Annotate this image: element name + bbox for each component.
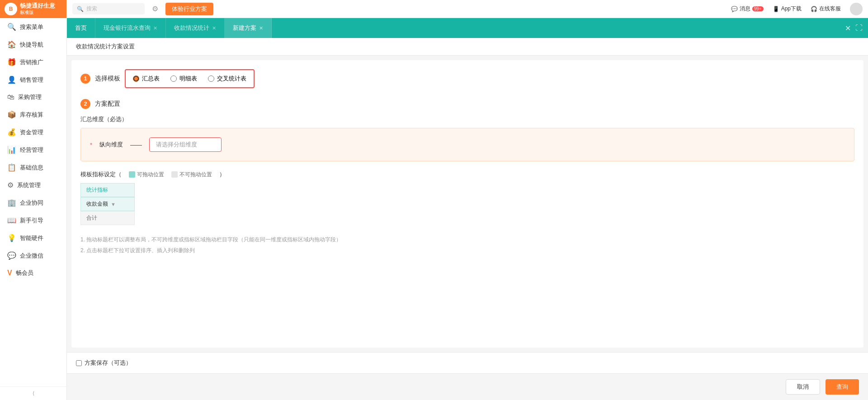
radio-summary[interactable]: 汇总表 <box>133 75 160 83</box>
sidebar-item-operations[interactable]: 📊 经营管理 <box>0 141 66 159</box>
template-options-group: 汇总表 明细表 交叉统计表 <box>125 69 255 88</box>
radio-summary-input[interactable] <box>133 75 139 82</box>
sidebar-item-newbie[interactable]: 📖 新手引导 <box>0 212 66 229</box>
row-dimension-label: 纵向维度 <box>99 141 123 149</box>
radio-detail[interactable]: 明细表 <box>170 75 197 83</box>
breadcrumb: 收款情况统计方案设置 <box>76 43 135 50</box>
sidebar-item-capital[interactable]: 💰 资金管理 <box>0 123 66 141</box>
sidebar-logo: B 畅捷通好生意 标准版 <box>0 0 66 18</box>
vip-icon: V <box>7 269 12 277</box>
step1-title: 选择模板 <box>95 75 120 83</box>
dimension-placeholder: 请选择分组维度 <box>156 141 197 149</box>
money-icon: 💰 <box>7 128 16 136</box>
app-icon: 📱 <box>773 6 779 12</box>
draggable-legend-box <box>129 171 135 178</box>
tip-2: 2. 点击标题栏下拉可设置排序、插入列和删除列 <box>80 245 854 256</box>
dimension-area: * 纵向维度 —— 请选择分组维度 <box>80 128 854 161</box>
query-button[interactable]: 查询 <box>826 379 859 395</box>
required-mark: * <box>90 141 92 148</box>
sidebar-item-marketing[interactable]: 🎁 营销推广 <box>0 53 66 71</box>
config-section: 汇总维度（必选） * 纵向维度 —— 请选择分组维度 模 <box>80 115 854 256</box>
message-button[interactable]: 💬 消息 99+ <box>731 5 764 13</box>
metrics-title-text: 模板指标设定（ <box>80 170 122 179</box>
building-icon: 🏢 <box>7 198 16 207</box>
metrics-header: 模板指标设定（ 可拖动位置 不可拖动位置 ） <box>80 170 854 179</box>
sidebar-item-quick-nav[interactable]: 🏠 快捷导航 <box>0 36 66 53</box>
logo-icon: B <box>5 3 17 15</box>
bulb-icon: 💡 <box>7 234 16 242</box>
metrics-table: 统计指标 收款金额 ▼ 合计 <box>80 183 854 225</box>
sidebar-item-system[interactable]: ⚙ 系统管理 <box>0 176 66 194</box>
tab-close-new-plan[interactable]: ✕ <box>259 25 263 31</box>
dimension-section-label: 汇总维度（必选） <box>80 115 854 123</box>
sidebar: B 畅捷通好生意 标准版 🔍 搜索菜单 🏠 快捷导航 🎁 营销推广 👤 销售管理… <box>0 0 67 400</box>
sidebar-expand-btn[interactable]: ⟨ <box>4 391 63 396</box>
sidebar-item-enterprise-wechat[interactable]: 💬 企业微信 <box>0 247 66 264</box>
step2-badge: 2 <box>80 99 90 109</box>
tab-bar: 首页 现金银行流水查询 ✕ 收款情况统计 ✕ 新建方案 ✕ ✕ ⛶ <box>67 18 868 38</box>
tab-new-plan[interactable]: 新建方案 ✕ <box>225 18 272 38</box>
online-service-button[interactable]: 🎧 在线客服 <box>811 5 841 13</box>
service-icon: 🎧 <box>811 6 817 12</box>
app-download-button[interactable]: 📱 App下载 <box>773 5 802 13</box>
radio-detail-input[interactable] <box>170 75 177 82</box>
cancel-button[interactable]: 取消 <box>786 379 820 395</box>
tabbar-actions: ✕ ⛶ <box>845 18 868 38</box>
sidebar-item-search-menu[interactable]: 🔍 搜索菜单 <box>0 18 66 36</box>
metrics-column: 统计指标 收款金额 ▼ 合计 <box>80 183 135 225</box>
step2-title: 方案配置 <box>95 100 120 108</box>
tab-bank-flow[interactable]: 现金银行流水查询 ✕ <box>95 18 166 38</box>
step2-section: 2 方案配置 汇总维度（必选） * 纵向维度 —— 请选择分组维度 <box>80 99 854 256</box>
top-header: 🔍 搜索 ⚙ 体验行业方案 💬 消息 99+ 📱 App下载 🎧 在线客服 <box>67 0 868 18</box>
logo-text: 畅捷通好生意 标准版 <box>20 2 55 16</box>
save-checkbox[interactable] <box>76 360 82 366</box>
gear-icon: ⚙ <box>7 181 14 189</box>
close-window-icon[interactable]: ✕ <box>845 24 851 33</box>
chart-icon: 📊 <box>7 146 16 154</box>
maximize-icon[interactable]: ⛶ <box>855 24 863 32</box>
user-icon: 👤 <box>7 75 16 84</box>
sidebar-item-basic-info[interactable]: 📋 基础信息 <box>0 159 66 176</box>
page-body: 1 选择模板 汇总表 明细表 交叉统计表 <box>71 60 863 348</box>
user-avatar[interactable] <box>850 3 863 15</box>
tab-collection-stats[interactable]: 收款情况统计 ✕ <box>166 18 225 38</box>
page-header: 收款情况统计方案设置 <box>67 38 868 56</box>
sidebar-item-membership[interactable]: V 畅会员 <box>0 264 66 282</box>
sidebar-bottom: ⟨ <box>0 386 66 400</box>
tab-close-bank-flow[interactable]: ✕ <box>153 25 157 31</box>
metrics-tag-collection-amount[interactable]: 收款金额 ▼ <box>80 197 135 211</box>
sidebar-item-sales[interactable]: 👤 销售管理 <box>0 71 66 89</box>
save-label: 方案保存（可选） <box>85 359 132 367</box>
search-placeholder: 搜索 <box>86 5 97 13</box>
gift-icon: 🎁 <box>7 58 16 66</box>
dropdown-icon: ▼ <box>111 202 116 207</box>
box-icon: 📦 <box>7 110 16 119</box>
fixed-legend: 不可拖动位置 <box>171 171 212 179</box>
step1-header: 1 选择模板 汇总表 明细表 交叉统计表 <box>80 69 854 88</box>
main-area: 🔍 搜索 ⚙ 体验行业方案 💬 消息 99+ 📱 App下载 🎧 在线客服 首页 <box>67 0 868 400</box>
radio-crosstab[interactable]: 交叉统计表 <box>208 75 246 83</box>
book-icon: 📖 <box>7 216 16 225</box>
content-area: 收款情况统计方案设置 1 选择模板 汇总表 明细表 <box>67 38 868 400</box>
search-input-wrapper[interactable]: 🔍 搜索 <box>72 3 145 14</box>
tab-close-collection-stats[interactable]: ✕ <box>212 25 216 31</box>
sidebar-item-purchase[interactable]: 🛍 采购管理 <box>0 89 66 106</box>
arrow-icon: —— <box>130 141 142 148</box>
sidebar-item-inventory[interactable]: 📦 库存核算 <box>0 106 66 123</box>
tab-home[interactable]: 首页 <box>67 18 95 38</box>
header-right: 💬 消息 99+ 📱 App下载 🎧 在线客服 <box>731 3 863 15</box>
dimension-select[interactable]: 请选择分组维度 <box>149 137 222 152</box>
tip-1: 1. 拖动标题栏可以调整布局，不可跨维度或指标区域拖动栏目字段（只能在同一维度或… <box>80 234 854 245</box>
bag-icon: 🛍 <box>7 93 14 101</box>
settings-gear-icon[interactable]: ⚙ <box>152 5 158 13</box>
dimension-row: * 纵向维度 —— 请选择分组维度 <box>90 137 845 152</box>
sidebar-item-smart-hardware[interactable]: 💡 智能硬件 <box>0 229 66 247</box>
step1-section: 1 选择模板 汇总表 明细表 交叉统计表 <box>80 69 854 88</box>
sidebar-item-enterprise[interactable]: 🏢 企业协同 <box>0 194 66 212</box>
trial-button[interactable]: 体验行业方案 <box>165 3 213 15</box>
radio-crosstab-input[interactable] <box>208 75 214 82</box>
step1-badge: 1 <box>80 74 90 84</box>
save-section: 方案保存（可选） <box>67 352 868 373</box>
footer-actions: 取消 查询 <box>67 373 868 400</box>
metrics-subtag-total: 合计 <box>80 211 135 225</box>
